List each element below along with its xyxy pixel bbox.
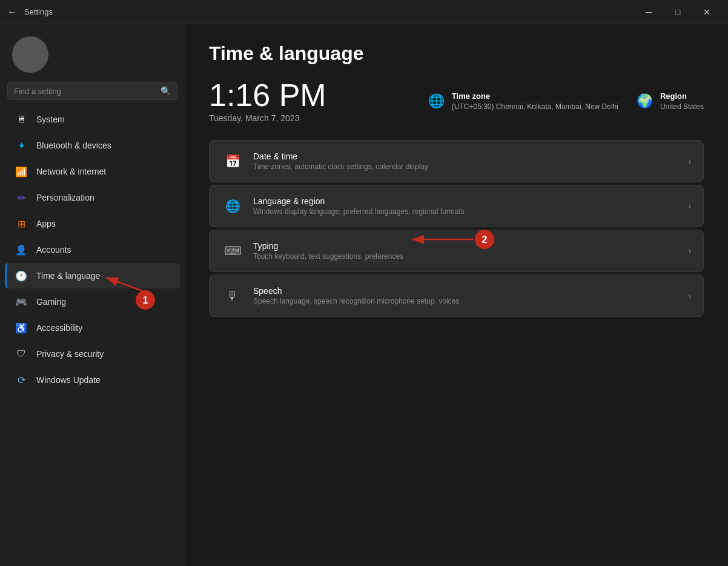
timezone-icon: 🌐 (428, 93, 445, 109)
region-value: United States (660, 102, 704, 111)
accessibility-icon: ♿ (15, 321, 28, 335)
sidebar-item-system[interactable]: 🖥 System (5, 107, 180, 132)
back-icon[interactable]: ← (7, 7, 17, 18)
chevron-right-icon: › (688, 156, 691, 166)
region-card: 🌍 Region United States (637, 92, 704, 112)
settings-item-date-time[interactable]: 📅 Date & time Time zones, automatic cloc… (209, 140, 704, 182)
timezone-value: (UTC+05:30) Chennai, Kolkata, Mumbai, Ne… (452, 102, 618, 111)
date-time-desc: Time zones, automatic clock settings, ca… (253, 162, 688, 171)
speech-icon: 🎙 (222, 285, 243, 307)
sidebar-item-accessibility[interactable]: ♿ Accessibility (5, 315, 180, 341)
speech-desc: Speech language, speech recognition micr… (253, 297, 688, 305)
language-region-title: Language & region (253, 196, 688, 206)
search-box[interactable]: 🔍 (7, 82, 177, 100)
titlebar: ← Settings ─ □ ✕ (0, 0, 728, 24)
search-input[interactable] (14, 87, 156, 96)
time-info-cards: 🌐 Time zone (UTC+05:30) Chennai, Kolkata… (428, 92, 704, 112)
gaming-icon: 🎮 (15, 295, 28, 308)
time-display: 1:16 PM Tuesday, March 7, 2023 (209, 79, 428, 123)
sidebar-item-label: Privacy & security (36, 349, 104, 359)
current-date: Tuesday, March 7, 2023 (209, 113, 428, 123)
page-title: Time & language (209, 42, 704, 65)
region-icon: 🌍 (637, 93, 653, 109)
sidebar-item-personalization[interactable]: ✏ Personalization (5, 185, 180, 210)
language-region-icon: 🌐 (222, 195, 243, 217)
date-time-title: Date & time (253, 151, 688, 161)
windows-update-icon: ⟳ (15, 373, 28, 387)
chevron-right-icon: › (688, 201, 691, 211)
settings-item-language-region[interactable]: 🌐 Language & region Windows display lang… (209, 185, 704, 227)
sidebar-item-label: Gaming (36, 297, 66, 307)
accounts-icon: 👤 (15, 243, 28, 256)
sidebar-item-label: Windows Update (36, 375, 101, 385)
sidebar-item-label: System (36, 115, 65, 124)
network-icon: 📶 (15, 165, 28, 178)
bluetooth-icon: ✦ (15, 139, 28, 152)
sidebar-item-label: Bluetooth & devices (36, 141, 111, 150)
timezone-card: 🌐 Time zone (UTC+05:30) Chennai, Kolkata… (428, 92, 618, 112)
apps-icon: ⊞ (15, 217, 28, 230)
sidebar-item-label: Accessibility (36, 323, 82, 333)
typing-icon: ⌨ (222, 240, 243, 262)
personalization-icon: ✏ (15, 191, 28, 204)
system-icon: 🖥 (15, 113, 28, 126)
settings-list: 📅 Date & time Time zones, automatic cloc… (209, 140, 704, 317)
sidebar-item-apps[interactable]: ⊞ Apps (5, 211, 180, 236)
titlebar-left: ← Settings (7, 7, 53, 18)
avatar (12, 36, 48, 73)
sidebar-item-time-language[interactable]: 🕐 Time & language (5, 263, 180, 288)
time-header: 1:16 PM Tuesday, March 7, 2023 🌐 Time zo… (209, 79, 704, 123)
settings-item-typing[interactable]: ⌨ Typing Touch keyboard, text suggestion… (209, 230, 704, 272)
sidebar-item-label: Apps (36, 219, 56, 228)
date-time-icon: 📅 (222, 150, 243, 172)
privacy-icon: 🛡 (15, 347, 28, 361)
sidebar-item-privacy[interactable]: 🛡 Privacy & security (5, 341, 180, 367)
search-icon: 🔍 (160, 86, 171, 96)
maximize-button[interactable]: □ (664, 2, 692, 22)
app-container: 🔍 🖥 System ✦ Bluetooth & devices 📶 Netwo… (0, 24, 728, 566)
speech-title: Speech (253, 286, 688, 296)
current-time: 1:16 PM (209, 79, 428, 111)
sidebar-item-label: Accounts (36, 245, 71, 255)
region-label: Region (660, 92, 704, 101)
sidebar-item-label: Network & internet (36, 167, 106, 176)
language-region-desc: Windows display language, preferred lang… (253, 207, 688, 216)
minimize-button[interactable]: ─ (635, 2, 663, 22)
main-content: Time & language 1:16 PM Tuesday, March 7… (185, 24, 728, 566)
close-button[interactable]: ✕ (693, 2, 721, 22)
sidebar-item-windows-update[interactable]: ⟳ Windows Update (5, 367, 180, 393)
sidebar-item-label: Time & language (36, 271, 100, 281)
titlebar-title: Settings (24, 7, 53, 16)
sidebar-item-bluetooth[interactable]: ✦ Bluetooth & devices (5, 133, 180, 158)
sidebar-item-gaming[interactable]: 🎮 Gaming (5, 289, 180, 315)
sidebar: 🔍 🖥 System ✦ Bluetooth & devices 📶 Netwo… (0, 24, 185, 566)
sidebar-nav: 🖥 System ✦ Bluetooth & devices 📶 Network… (0, 106, 185, 393)
sidebar-item-label: Personalization (36, 193, 94, 202)
typing-title: Typing (253, 241, 688, 251)
typing-desc: Touch keyboard, text suggestions, prefer… (253, 252, 688, 261)
sidebar-item-network[interactable]: 📶 Network & internet (5, 159, 180, 184)
settings-item-speech[interactable]: 🎙 Speech Speech language, speech recogni… (209, 275, 704, 317)
chevron-right-icon: › (688, 291, 691, 301)
timezone-label: Time zone (452, 92, 618, 101)
chevron-right-icon: › (688, 246, 691, 256)
titlebar-controls: ─ □ ✕ (635, 2, 721, 22)
sidebar-item-accounts[interactable]: 👤 Accounts (5, 237, 180, 262)
time-language-icon: 🕐 (15, 269, 28, 282)
